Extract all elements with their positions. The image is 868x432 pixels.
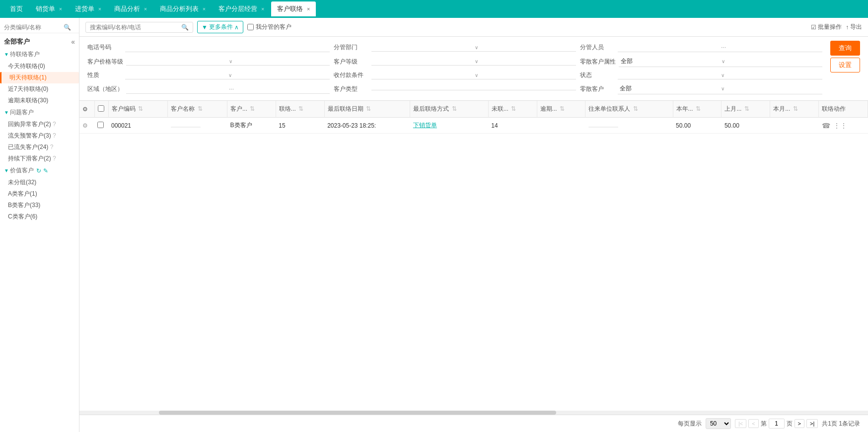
filter-retail-attr: 零散客户属性 全部∨ xyxy=(580,56,822,67)
filter-phone: 电话号码 xyxy=(87,43,330,52)
col-code[interactable]: 客户编码 ⇅ xyxy=(108,101,168,118)
col-contacts[interactable]: 联络... ⇅ xyxy=(276,101,324,118)
my-customers-checkbox-area[interactable]: 我分管的客户 xyxy=(247,23,291,31)
sort-icon-last-date: ⇅ xyxy=(366,105,371,112)
sidebar-search-input[interactable] xyxy=(4,24,64,31)
per-page-select[interactable]: 50 100 200 xyxy=(706,418,731,429)
nav-home[interactable]: 首页 xyxy=(4,1,29,16)
sort-icon-type: ⇅ xyxy=(250,105,255,112)
batch-operation-button[interactable]: ☑ 批量操作 xyxy=(811,23,842,31)
sidebar-continuous-decline[interactable]: 持续下滑客户(2) ? xyxy=(0,153,79,164)
sidebar-pending-contact-group: ▼ 待联络客户 xyxy=(0,48,79,61)
filter-payment-select[interactable]: ∨ xyxy=(371,72,576,79)
first-page-button[interactable]: |< xyxy=(735,419,746,428)
col-checkbox[interactable] xyxy=(94,101,108,118)
query-button[interactable]: 查询 xyxy=(830,41,860,56)
action-more-icon[interactable]: ⋮⋮ xyxy=(833,122,847,130)
filter-customer-level-select[interactable]: ∨ xyxy=(371,58,576,66)
filter-person-select[interactable]: ··· xyxy=(618,43,822,52)
sidebar-repurchase-anomaly[interactable]: 回购异常客户(2) ? xyxy=(0,119,79,130)
col-no-contact[interactable]: 未联... ⇅ xyxy=(488,101,537,118)
help-icon-already-lost: ? xyxy=(50,144,54,150)
export-icon: ↑ xyxy=(846,24,849,31)
more-filter-button[interactable]: ▼ 更多条件 ∧ xyxy=(197,21,243,33)
scrollbar-thumb[interactable] xyxy=(159,411,556,415)
nav-close-product-analysis[interactable]: × xyxy=(144,6,147,12)
col-unit-contact[interactable]: 往来单位联系人 ⇅ xyxy=(585,101,673,118)
col-last-contact-method[interactable]: 最后联络方式 ⇅ xyxy=(410,101,488,118)
filter-customer-type-select[interactable] xyxy=(371,88,576,90)
nav-customer-layering[interactable]: 客户分层经营 × xyxy=(213,1,270,16)
next-page-button[interactable]: > xyxy=(795,419,804,428)
nav-product-analysis-list[interactable]: 商品分析列表 × xyxy=(154,1,212,16)
sidebar-lost-risk[interactable]: 流失预警客户(3) ? xyxy=(0,130,79,142)
nav-close-customer-layering[interactable]: × xyxy=(261,6,264,12)
help-icon-continuous-decline: ? xyxy=(53,155,56,162)
prev-page-button[interactable]: < xyxy=(748,419,758,428)
col-last-contact-date[interactable]: 最后联络日期 ⇅ xyxy=(324,101,410,118)
gear-icon[interactable]: ⚙ xyxy=(82,106,88,113)
sidebar-unclassified[interactable]: 未分组(32) xyxy=(0,177,79,188)
page-number-input[interactable] xyxy=(769,419,785,429)
main-search-input[interactable] xyxy=(90,24,179,31)
filter-area: 区域（地区） ··· xyxy=(87,84,330,94)
sidebar-problem-customers-group: ▼ 问题客户 xyxy=(0,106,79,119)
action-phone-icon[interactable]: ☎ xyxy=(822,122,830,130)
nav-product-analysis[interactable]: 商品分析 × xyxy=(108,1,153,16)
sidebar-search-icon[interactable]: 🔍 xyxy=(64,24,71,31)
filter-area-select[interactable]: ··· xyxy=(126,84,330,94)
last-page-button[interactable]: >| xyxy=(806,419,818,428)
col-overdue[interactable]: 逾期... ⇅ xyxy=(537,101,585,118)
sidebar-tomorrow-contact[interactable]: 明天待联络(1) xyxy=(0,72,79,83)
sidebar-collapse-icon[interactable]: « xyxy=(71,38,75,46)
sidebar-overdue-contact[interactable]: 逾期未联络(30) xyxy=(0,95,79,106)
sidebar-week-contact[interactable]: 近7天待联络(0) xyxy=(0,83,79,95)
row-gear: ⚙ xyxy=(79,118,94,134)
row-select-checkbox[interactable] xyxy=(97,122,104,128)
col-this-year[interactable]: 本年... ⇅ xyxy=(673,101,722,118)
set-button[interactable]: 设置 xyxy=(830,58,860,72)
my-customers-checkbox[interactable] xyxy=(247,24,254,30)
nav-close-product-analysis-list[interactable]: × xyxy=(203,6,206,12)
sidebar-already-lost[interactable]: 已流失客户(24) ? xyxy=(0,142,79,153)
table-row: ⚙ 000021 B类客户 15 2023-05-23 18:25: 下销货单 xyxy=(79,118,868,134)
sidebar-all-customers[interactable]: 全部客户 « xyxy=(0,35,79,48)
col-gear[interactable]: ⚙ xyxy=(79,101,94,118)
content-area: 🔍 ▼ 更多条件 ∧ 我分管的客户 ☑ 批量操作 ↑ 导出 xyxy=(79,18,868,432)
filter-status-label: 状态 xyxy=(580,71,615,79)
main-search-icon[interactable]: 🔍 xyxy=(181,24,189,31)
nav-customer-contact[interactable]: 客户联络 × xyxy=(271,1,316,16)
sort-icon-code: ⇅ xyxy=(138,105,143,112)
last-contact-link[interactable]: 下销货单 xyxy=(413,122,437,129)
filter-status-select[interactable]: ∨ xyxy=(618,72,822,79)
help-icon-repurchase: ? xyxy=(53,121,56,128)
nav-close-sales-order[interactable]: × xyxy=(59,6,62,12)
sidebar-class-a[interactable]: A类客户(1) xyxy=(0,188,79,200)
sidebar-today-contact[interactable]: 今天待联络(0) xyxy=(0,61,79,72)
col-last-month[interactable]: 上月... ⇅ xyxy=(722,101,770,118)
filter-value-level-select[interactable]: ∨ xyxy=(126,58,330,66)
row-checkbox[interactable] xyxy=(94,118,108,134)
select-all-checkbox[interactable] xyxy=(98,105,104,112)
col-this-month[interactable]: 本月... ⇅ xyxy=(770,101,819,118)
value-edit-icon[interactable]: ✎ xyxy=(43,167,48,174)
filter-retail-customer-select[interactable]: 全部∨ xyxy=(618,83,822,94)
main-search-box: 🔍 xyxy=(85,22,193,33)
filter-dept-select[interactable]: ∨ xyxy=(371,44,576,52)
filter-gender-select[interactable]: ∨ xyxy=(125,72,330,79)
filter-retail-attr-select[interactable]: 全部∨ xyxy=(619,56,822,67)
sidebar-class-b[interactable]: B类客户(33) xyxy=(0,200,79,211)
horizontal-scrollbar[interactable] xyxy=(79,411,868,415)
col-type[interactable]: 客户... ⇅ xyxy=(227,101,276,118)
row-last-contact-method[interactable]: 下销货单 xyxy=(410,118,488,134)
sidebar-class-c[interactable]: C类客户(6) xyxy=(0,211,79,222)
export-button[interactable]: ↑ 导出 xyxy=(846,23,862,31)
col-name[interactable]: 客户名称 ⇅ xyxy=(168,101,227,118)
value-refresh-icon[interactable]: ↻ xyxy=(36,167,41,174)
nav-sales-order[interactable]: 销货单 × xyxy=(30,1,68,16)
nav-purchase-order[interactable]: 进货单 × xyxy=(69,1,107,16)
nav-close-purchase-order[interactable]: × xyxy=(98,6,101,12)
filter-phone-input[interactable] xyxy=(125,43,330,52)
filter-person-label: 分管人员 xyxy=(580,43,615,52)
nav-close-customer-contact[interactable]: × xyxy=(307,6,310,12)
